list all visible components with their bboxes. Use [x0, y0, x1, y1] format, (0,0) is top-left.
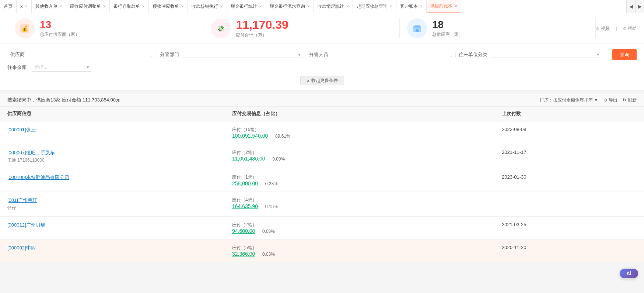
person-label: 分管人员: [309, 51, 328, 58]
nav-arrow-left[interactable]: ◀: [626, 0, 635, 13]
transaction-info-5: 应付（2笔） 94,600.00 0.08%: [232, 222, 502, 234]
payable-total-info: 11,170.39 应付合计（万）: [236, 19, 392, 38]
trans-amount-2[interactable]: 11,051,486.00: [232, 156, 265, 162]
help-link[interactable]: ⊙ 帮助: [623, 25, 637, 32]
trans-amount-5[interactable]: 94,600.00: [232, 228, 255, 234]
summary-bar: 💰 13 总应付供应商（家） 💸 11,170.39 应付合计（万）: [0, 13, 644, 44]
pay-date-5: 2021-03-25: [502, 222, 526, 227]
close-tab-overdue-ar[interactable]: ✕: [389, 4, 392, 8]
department-chevron-icon: ▼: [297, 52, 301, 57]
nav-tab-home[interactable]: 首页: [0, 0, 17, 13]
close-tab-cash-flow-query[interactable]: ✕: [307, 4, 310, 8]
supplier-input[interactable]: [28, 51, 148, 58]
search-button[interactable]: 查询: [612, 49, 637, 60]
supplier-link-1[interactable]: [000001]张三: [7, 127, 36, 132]
supplier-link-2[interactable]: [000007]恒旺二手叉车: [7, 150, 55, 155]
transaction-col-3: 应付（1笔） 258,000.00 0.23%: [232, 174, 502, 186]
close-tab-customer-ledger[interactable]: ✕: [420, 4, 423, 8]
lastpay-col-6: 2020-11-20: [502, 245, 637, 250]
svg-rect-5: [414, 25, 420, 27]
close-tab-supplier-ledger[interactable]: ✕: [454, 4, 457, 8]
trans-percent-6: 0.03%: [262, 252, 275, 257]
close-tab-bank-deposit[interactable]: ✕: [142, 4, 145, 8]
nav-tab-supplier-ledger[interactable]: 供应商账本 ✕: [427, 0, 461, 13]
close-tab-other-income[interactable]: ✕: [59, 4, 62, 8]
filter-balance: 往来余额 选择... ▼: [7, 63, 91, 72]
help-icon: ⊙: [623, 26, 627, 31]
sort-select[interactable]: 排序：按应付余额倒序排序 ▼: [540, 97, 598, 103]
payable-total-number: 11,170.39: [236, 19, 392, 31]
sort-chevron-icon: ▼: [594, 97, 598, 103]
summary-links: ⊙ 视频 ｜ ⊙ 帮助: [596, 25, 637, 32]
filter-row-2: 往来余额 选择... ▼: [7, 63, 637, 72]
refresh-button[interactable]: ↻ 刷新: [623, 97, 637, 103]
person-input[interactable]: [331, 51, 447, 58]
nav-tab-bank-deposit[interactable]: 银行存取款单 ✕: [110, 0, 149, 13]
department-label: 分管部门: [160, 51, 179, 58]
category-chevron-icon: ▼: [596, 52, 600, 57]
help-separator: ｜: [614, 25, 619, 32]
summary-card-total-suppliers: 18 总供应商（家）: [400, 18, 596, 38]
nav-tab-collection-verify[interactable]: 收款核销执行 ✕: [188, 0, 227, 13]
trans-percent-3: 0.23%: [265, 181, 278, 186]
trans-amount-1[interactable]: 100,092,540.00: [232, 133, 268, 139]
supplier-dots-icon[interactable]: ...: [150, 52, 154, 58]
refresh-icon: ↻: [623, 97, 626, 103]
nav-tab-customer-ledger[interactable]: 客户账本 ✕: [396, 0, 427, 13]
transaction-col-5: 应付（2笔） 94,600.00 0.08%: [232, 222, 502, 234]
close-tab-cash-bank-stat[interactable]: ✕: [259, 4, 262, 8]
trans-label-1: 应付（15笔）: [232, 127, 259, 132]
trans-label-5: 应付（2笔）: [232, 222, 257, 227]
nav-tab-collection-stat[interactable]: 收款情况统计 ✕: [314, 0, 353, 13]
lastpay-col-1: 2022-08-08: [502, 127, 637, 132]
close-tab-ar-ap-adjust[interactable]: ✕: [103, 4, 106, 8]
person-dots-icon[interactable]: ...: [448, 52, 452, 58]
total-suppliers-info: 18 总供应商（家）: [432, 20, 588, 38]
close-tab-3[interactable]: ✕: [25, 4, 28, 8]
supplier-link-5[interactable]: [000012]广州贝瑞: [7, 222, 45, 228]
balance-select[interactable]: 选择... ▼: [32, 63, 91, 72]
video-icon: ⊙: [596, 26, 599, 31]
lastpay-col-2: 2021-11-17: [502, 149, 637, 155]
nav-arrow-right[interactable]: ▶: [635, 0, 644, 13]
filter-area: 供应商 ... 分管部门 ▼ 分管人员 ... 往来单位分类 ▼ 查询: [0, 44, 644, 91]
video-link[interactable]: ⊙ 视频: [596, 25, 609, 32]
trans-label-4: 应付（4笔）: [232, 197, 257, 203]
export-button[interactable]: ⊙ 导出: [603, 97, 617, 103]
main-table: 供应商信息 应付交易信息（占比） 上次付数 [000001]张三 应付（15笔）…: [0, 107, 644, 262]
payable-suppliers-number: 13: [40, 20, 196, 30]
close-tab-collection-verify[interactable]: ✕: [220, 4, 223, 8]
lastpay-col-3: 2023-01-30: [502, 174, 637, 180]
trans-amount-3[interactable]: 258,000.00: [232, 180, 258, 186]
transaction-col-2: 应付（2笔） 11,051,486.00 9.89%: [232, 149, 502, 162]
nav-tab-advance-offset[interactable]: 预收冲应收单 ✕: [149, 0, 188, 13]
nav-tab-ar-ap-adjust[interactable]: 应收应付调整单 ✕: [66, 0, 110, 13]
top-navigation: 首页 3 ✕ 其他收入单 ✕ 应收应付调整单 ✕ 银行存取款单 ✕ 预收冲应收单…: [0, 0, 644, 13]
trans-amount-6[interactable]: 32,366.00: [232, 251, 255, 257]
close-tab-collection-stat[interactable]: ✕: [346, 4, 349, 8]
results-bar: 搜索结果中，供应商13家 应付金额 111,703,854.00元 排序：按应付…: [0, 94, 644, 107]
nav-tab-cash-flow-query[interactable]: 现金银行流水查询 ✕: [266, 0, 314, 13]
supplier-name-5: [000012]广州贝瑞: [7, 222, 232, 228]
nav-tab-cash-bank-stat[interactable]: 现金银行统计 ✕: [227, 0, 266, 13]
trans-amount-4[interactable]: 164,635.90: [232, 203, 258, 209]
supplier-name-3: [000100]本特勤油品有限公司: [7, 174, 232, 181]
supplier-col-4: [001]广州荣轩 仔仔: [7, 197, 232, 211]
nav-tab-3[interactable]: 3 ✕: [17, 0, 32, 13]
sort-area: 排序：按应付余额倒序排序 ▼ ⊙ 导出 ↻ 刷新: [540, 97, 637, 103]
close-tab-advance-offset[interactable]: ✕: [181, 4, 184, 8]
supplier-link-6[interactable]: [000002]李四: [7, 245, 36, 251]
column-header-transaction: 应付交易信息（占比）: [232, 110, 502, 117]
category-select[interactable]: ▼: [490, 52, 602, 58]
filter-supplier: 供应商 ...: [7, 51, 157, 58]
results-summary-text: 搜索结果中，供应商13家 应付金额 111,703,854.00元: [7, 97, 120, 103]
nav-tab-other-income[interactable]: 其他收入单 ✕: [32, 0, 66, 13]
total-suppliers-label: 总供应商（家）: [432, 31, 588, 38]
lastpay-col-5: 2021-03-25: [502, 222, 637, 227]
supplier-link-4[interactable]: [001]广州荣轩: [7, 197, 37, 203]
column-header-lastpay: 上次付数: [502, 110, 637, 117]
nav-tab-overdue-ar[interactable]: 超期应收款查询 ✕: [353, 0, 396, 13]
supplier-link-3[interactable]: [000100]本特勤油品有限公司: [7, 175, 69, 180]
collapse-button[interactable]: ∧ 收起更多条件: [300, 76, 344, 85]
department-select[interactable]: ▼: [182, 52, 303, 58]
